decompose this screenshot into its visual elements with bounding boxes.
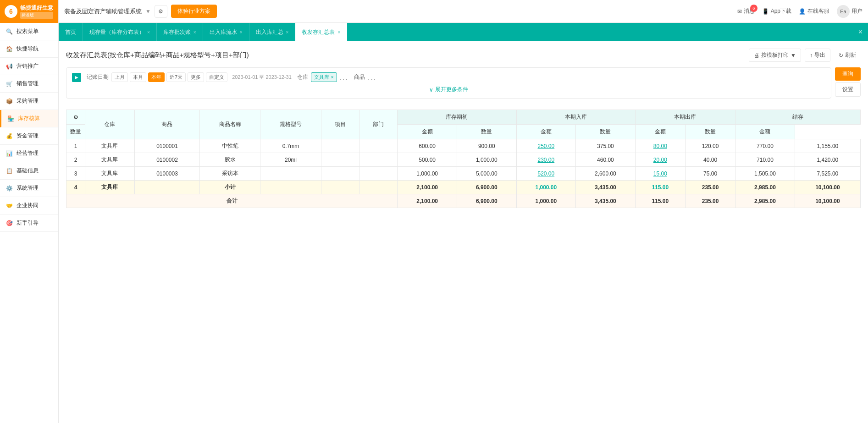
tab-home[interactable]: 首页 <box>59 23 83 41</box>
tab-inventory-dist-close[interactable]: × <box>147 30 150 35</box>
export-button[interactable]: ↑ 导出 <box>805 49 830 62</box>
sidebar-item-operation[interactable]: 📊 经营管理 <box>0 145 58 162</box>
sidebar-item-inventory[interactable]: 🏪 库存核算 <box>0 110 58 127</box>
col-settings-header[interactable]: ⚙ <box>66 110 85 125</box>
search-icon: 🔍 <box>6 28 13 35</box>
warehouse-tag[interactable]: 文具库 × <box>311 72 337 82</box>
finance-icon: 💰 <box>6 132 13 140</box>
warehouse-tag-close-icon[interactable]: × <box>331 75 334 80</box>
sidebar-item-sales[interactable]: 🛒 销售管理 <box>0 75 58 93</box>
col-project-header: 项目 <box>321 110 359 139</box>
sidebar-item-guide[interactable]: 🎯 新手引导 <box>0 214 58 232</box>
col-in-amt-header: 金额 <box>516 125 576 139</box>
print-button[interactable]: 🖨 按模板打印 ▼ <box>749 49 801 62</box>
col-out-amt-header: 金额 <box>635 125 685 139</box>
this-year-btn[interactable]: 本年 <box>148 72 165 82</box>
footer-out-qty: 115.00 <box>635 194 685 208</box>
filter-arrow-icon[interactable]: ▶ <box>72 73 81 82</box>
tabs-bar: 首页 现存量（库存分布表） × 库存批次账 × 出入库流水 × 出入库汇总 × … <box>59 23 868 41</box>
tabs-close-all[interactable]: × <box>853 28 868 36</box>
row-close-amt: 10,100.00 <box>795 181 860 194</box>
tab-batch-close[interactable]: × <box>194 30 196 35</box>
query-buttons: 查询 设置 <box>835 67 861 97</box>
column-settings-button[interactable]: 设置 <box>835 82 861 97</box>
col-closing-header: 结存 <box>735 110 861 125</box>
col-out-qty-header: 数量 <box>576 125 636 139</box>
enterprise-icon: 🤝 <box>6 202 13 209</box>
print-icon: 🖨 <box>754 52 759 59</box>
col-close-amt-header: 金额 <box>735 125 795 139</box>
sidebar-item-finance[interactable]: 💰 资金管理 <box>0 127 58 145</box>
goods-more-icon[interactable]: ... <box>368 73 376 82</box>
tab-recv-send[interactable]: 收发存汇总表 × <box>295 23 347 41</box>
home-icon: 🏠 <box>6 45 13 53</box>
custom-btn[interactable]: 自定义 <box>206 72 227 82</box>
last-month-btn[interactable]: 上月 <box>111 72 128 82</box>
sidebar-item-enterprise[interactable]: 🤝 企业协同 <box>0 197 58 214</box>
sidebar-item-basic[interactable]: 📋 基础信息 <box>0 162 58 180</box>
footer-close-qty: 2,985.00 <box>735 194 795 208</box>
tab-flow-close[interactable]: × <box>240 30 243 35</box>
marketing-icon: 📢 <box>6 63 13 70</box>
sidebar-item-quick-nav[interactable]: 🏠 快捷导航 <box>0 40 58 58</box>
sidebar-navigation: 🔍 搜索菜单 🏠 快捷导航 📢 营销推广 🛒 销售管理 📦 采购管理 🏪 库存核… <box>0 23 58 423</box>
message-button[interactable]: ✉ 消息 6 <box>737 7 755 15</box>
settings-button[interactable]: ⚙ <box>155 5 167 18</box>
row-out-qty[interactable]: 115.00 <box>635 181 685 194</box>
system-icon: ⚙️ <box>6 185 13 192</box>
row-out-qty[interactable]: 20.00 <box>635 153 685 167</box>
query-button[interactable]: 查询 <box>835 67 861 81</box>
row-close-qty: 710.00 <box>735 153 795 167</box>
tab-batch[interactable]: 库存批次账 × <box>157 23 203 41</box>
date-filter-group: 记账日期 上月 本月 本年 近7天 更多 自定义 2023-01-01 至 20… <box>87 72 292 82</box>
warehouse-more-icon[interactable]: ... <box>340 73 348 82</box>
tab-flow[interactable]: 出入库流水 × <box>203 23 249 41</box>
last-7-days-btn[interactable]: 近7天 <box>166 72 186 82</box>
tab-inventory-dist[interactable]: 现存量（库存分布表） × <box>83 23 157 41</box>
col-goods-name-header: 商品名称 <box>200 110 260 139</box>
sidebar-item-label: 采购管理 <box>17 97 39 105</box>
table-row: 1文具库0100001中性笔0.7mm600.00900.00250.00375… <box>66 139 861 153</box>
more-btn[interactable]: 更多 <box>188 72 204 82</box>
row-project <box>321 153 359 167</box>
expand-label: 展开更多条件 <box>435 86 468 93</box>
sidebar-item-system[interactable]: ⚙️ 系统管理 <box>0 180 58 197</box>
row-in-qty[interactable]: 520.00 <box>516 167 576 181</box>
data-table: ⚙ 仓库 商品 商品名称 规格型号 项目 部门 库存期初 本期入库 本期出库 结… <box>66 110 861 208</box>
row-in-qty[interactable]: 230.00 <box>516 153 576 167</box>
row-close-qty: 1,505.00 <box>735 167 795 181</box>
sidebar-item-marketing[interactable]: 📢 营销推广 <box>0 58 58 75</box>
user-label: 用户 <box>851 7 862 15</box>
warehouse-filter-group: 仓库 文具库 × ... <box>297 72 348 82</box>
row-in-qty[interactable]: 250.00 <box>516 139 576 153</box>
tab-recv-send-close[interactable]: × <box>337 30 340 35</box>
row-goods-name: 采访本 <box>200 167 260 181</box>
tab-summary-close[interactable]: × <box>286 30 289 35</box>
page-inner: 收发存汇总表(按仓库+商品编码+商品+规格型号+项目+部门) 🖨 按模板打印 ▼… <box>59 41 868 423</box>
tab-summary[interactable]: 出入库汇总 × <box>249 23 296 41</box>
row-goods-spec <box>260 181 321 194</box>
user-menu[interactable]: Ea 用户 <box>837 5 862 18</box>
this-month-btn[interactable]: 本月 <box>130 72 146 82</box>
online-service-button[interactable]: 👤 在线客服 <box>799 7 829 15</box>
row-open-qty: 500.00 <box>398 153 457 167</box>
row-out-amt: 75.00 <box>685 167 735 181</box>
sidebar-item-label: 销售管理 <box>17 80 39 88</box>
tab-inventory-dist-label: 现存量（库存分布表） <box>89 28 144 36</box>
app-download-button[interactable]: 📱 App下载 <box>762 7 791 15</box>
sidebar-item-search[interactable]: 🔍 搜索菜单 <box>0 23 58 40</box>
sidebar-item-purchase[interactable]: 📦 采购管理 <box>0 93 58 110</box>
refresh-button[interactable]: ↻ 刷新 <box>834 49 861 61</box>
row-in-qty[interactable]: 1,000.00 <box>516 181 576 194</box>
tab-home-label: 首页 <box>65 28 76 36</box>
row-goods-code: 0100001 <box>134 139 199 153</box>
row-out-qty[interactable]: 15.00 <box>635 167 685 181</box>
trial-button[interactable]: 体验行业方案 <box>171 5 217 18</box>
footer-open-amt: 6,900.00 <box>457 194 516 208</box>
row-out-qty[interactable]: 80.00 <box>635 139 685 153</box>
row-in-amt: 460.00 <box>576 153 636 167</box>
warehouse-label: 仓库 <box>297 73 308 81</box>
col-dept-header: 部门 <box>359 110 397 139</box>
expand-filter-button[interactable]: ∨ 展开更多条件 <box>429 86 468 93</box>
tab-recv-send-label: 收发存汇总表 <box>302 28 335 36</box>
